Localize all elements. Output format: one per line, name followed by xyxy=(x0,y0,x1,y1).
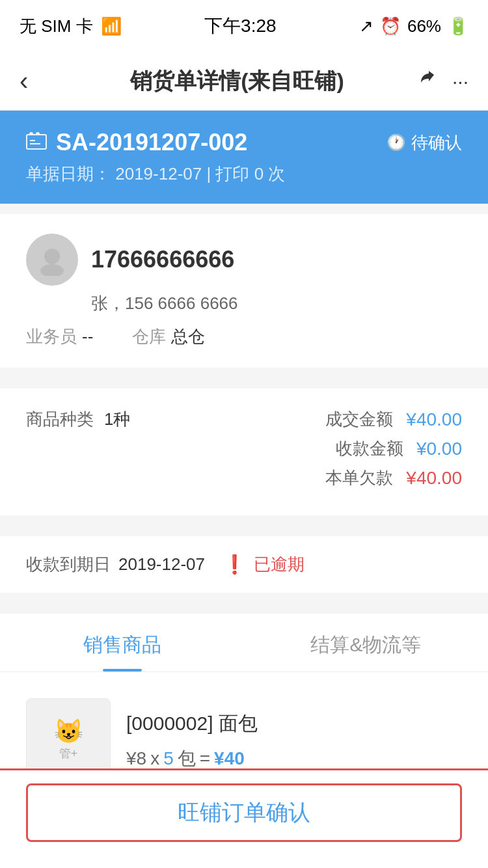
received-value: ¥0.00 xyxy=(416,439,462,459)
warehouse-label: 仓库 xyxy=(132,325,166,348)
status-bar: 无 SIM 卡 📶 下午3:28 ↗ ⏰ 66% 🔋 xyxy=(0,0,488,52)
amount-value: ¥40.00 xyxy=(406,409,462,430)
product-info: [0000002] 面包 ¥8 x 5 包 = ¥40 xyxy=(126,711,462,771)
due-label: 收款到期日 xyxy=(26,553,111,576)
divider-3 xyxy=(0,526,488,536)
more-button[interactable]: ··· xyxy=(452,70,468,92)
salesperson-item: 业务员 -- xyxy=(26,325,93,348)
confirm-order-button[interactable]: 旺铺订单确认 xyxy=(26,783,462,842)
status-left: 无 SIM 卡 📶 xyxy=(20,15,122,38)
summary-right: 成交金额 ¥40.00 收款金额 ¥0.00 本单欠款 ¥40.00 xyxy=(325,408,462,496)
tab-products[interactable]: 销售商品 xyxy=(0,614,244,671)
alarm-icon: ⏰ xyxy=(380,16,401,36)
product-title: 面包 xyxy=(219,712,258,734)
tabs-container: 销售商品 结算&物流等 xyxy=(0,614,488,672)
received-row: 收款金额 ¥0.00 xyxy=(325,437,462,460)
customer-meta: 业务员 -- 仓库 总仓 xyxy=(26,325,462,348)
divider-1 xyxy=(0,204,488,214)
nav-bar: ‹ 销货单详情(来自旺铺) ··· xyxy=(0,52,488,111)
product-price-row: ¥8 x 5 包 = ¥40 xyxy=(126,746,462,771)
overdue-icon: ❗ xyxy=(223,554,246,575)
product-thumb-logo-container: 😺 管+ xyxy=(54,720,83,761)
owed-label: 本单欠款 xyxy=(325,467,393,489)
customer-section: 17666666666 张，156 6666 6666 业务员 -- 仓库 总仓 xyxy=(0,214,488,368)
nav-actions: ··· xyxy=(416,67,468,95)
due-section: 收款到期日 2019-12-07 ❗ 已逾期 xyxy=(0,536,488,593)
location-icon: ↗ xyxy=(359,16,373,36)
order-header-row: SA-20191207-002 🕐 待确认 xyxy=(26,129,462,156)
status-right: ↗ ⏰ 66% 🔋 xyxy=(359,16,468,36)
equals-sign: = xyxy=(200,748,210,769)
product-unit: 包 xyxy=(178,746,196,771)
due-date-value: 2019-12-07 xyxy=(118,554,205,575)
order-header-card: SA-20191207-002 🕐 待确认 单据日期： 2019-12-07 |… xyxy=(0,111,488,204)
clock-icon: 🕐 xyxy=(386,133,406,152)
battery-text: 66% xyxy=(407,16,441,36)
divider-4 xyxy=(0,603,488,614)
product-qty: 5 xyxy=(163,748,174,769)
customer-name: 张，156 6666 6666 xyxy=(26,292,462,315)
svg-point-4 xyxy=(40,264,64,276)
type-label: 商品种类 xyxy=(26,408,94,431)
battery-icon: 🔋 xyxy=(448,16,468,36)
order-date-line: 单据日期： 2019-12-07 | 打印 0 次 xyxy=(26,163,462,185)
status-time: 下午3:28 xyxy=(204,14,277,38)
svg-rect-0 xyxy=(27,135,46,149)
tab-settlement[interactable]: 结算&物流等 xyxy=(244,614,488,671)
product-total: ¥40 xyxy=(214,748,245,769)
svg-rect-1 xyxy=(30,140,35,141)
wifi-icon: 📶 xyxy=(101,16,122,36)
share-button[interactable] xyxy=(416,67,439,95)
amount-label: 成交金额 xyxy=(325,408,393,431)
customer-row: 17666666666 xyxy=(26,234,462,286)
salesperson-value: -- xyxy=(82,327,93,347)
avatar xyxy=(26,234,78,286)
svg-point-3 xyxy=(44,249,60,264)
warehouse-value: 总仓 xyxy=(171,325,205,348)
bottom-action-bar: 旺铺订单确认 xyxy=(0,768,488,868)
salesperson-label: 业务员 xyxy=(26,325,77,348)
owed-value: ¥40.00 xyxy=(406,468,462,489)
svg-rect-2 xyxy=(30,143,40,144)
owed-row: 本单欠款 ¥40.00 xyxy=(325,467,462,489)
order-status: 🕐 待确认 xyxy=(386,131,462,154)
order-number: SA-20191207-002 xyxy=(26,129,247,156)
overdue-text: 已逾期 xyxy=(254,553,305,576)
product-price: ¥8 xyxy=(126,748,146,769)
received-label: 收款金额 xyxy=(336,437,403,460)
summary-section: 商品种类 1种 成交金额 ¥40.00 收款金额 ¥0.00 本单欠款 ¥40.… xyxy=(0,388,488,515)
customer-phone: 17666666666 xyxy=(91,246,234,273)
status-text: 待确认 xyxy=(411,131,462,154)
divider-2 xyxy=(0,378,488,388)
product-name: [0000002] 面包 xyxy=(126,711,462,737)
warehouse-item: 仓库 总仓 xyxy=(132,325,205,348)
summary-left: 商品种类 1种 xyxy=(26,408,130,431)
carrier-text: 无 SIM 卡 xyxy=(20,15,93,38)
amount-row: 成交金额 ¥40.00 xyxy=(325,408,462,431)
multiply-sign: x xyxy=(150,748,159,769)
type-value: 1种 xyxy=(104,408,130,431)
order-icon xyxy=(26,129,48,156)
product-code: [0000002] xyxy=(126,712,213,734)
thumb-logo-text: 管+ xyxy=(54,746,83,761)
page-title: 销货单详情(来自旺铺) xyxy=(59,66,416,96)
back-button[interactable]: ‹ xyxy=(20,66,59,96)
